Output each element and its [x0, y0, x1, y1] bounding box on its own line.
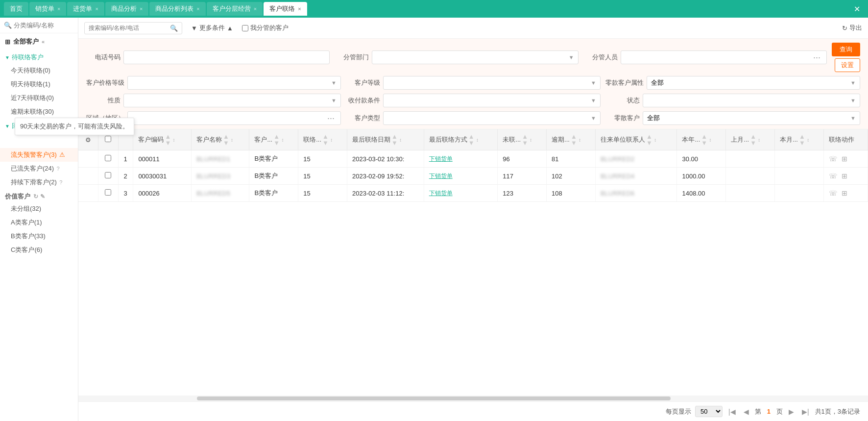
scrollbar-thumb[interactable]: [197, 396, 671, 400]
page-nav-last[interactable]: ▶|: [800, 407, 811, 417]
filter-zero-sale: 零散客户 全部 ▼: [605, 111, 860, 125]
th-code[interactable]: 客户编码 ▲▼: [133, 129, 192, 150]
manager-more-icon[interactable]: ···: [811, 52, 822, 63]
page-nav-prev[interactable]: ◀: [742, 407, 751, 417]
more-conditions-btn[interactable]: ▼ 更多条件 ▲: [187, 22, 237, 34]
filter-customer-tier-select[interactable]: ▼: [383, 76, 601, 90]
action-call-icon-1[interactable]: ☏: [829, 172, 838, 180]
sidebar-collapse-btn[interactable]: «: [42, 39, 45, 45]
th-last-contact-date[interactable]: 最后联络日期 ▲▼: [347, 129, 424, 150]
cell-settings-2: [78, 185, 98, 202]
sidebar-item-tomorrow[interactable]: 明天待联络(1): [0, 77, 78, 91]
filter-customer-type-label: 客户类型: [346, 114, 380, 123]
cell-checkbox-0[interactable]: [98, 150, 119, 168]
filter-gender: 性质 ▼: [86, 94, 341, 107]
tab-analysis-list[interactable]: 商品分析列表 ×: [149, 2, 205, 16]
filter-payment-select[interactable]: ▼: [383, 94, 601, 107]
filter-zero-sale-select[interactable]: 全部 ▼: [643, 111, 860, 125]
tab-customer-contact-close[interactable]: ×: [298, 6, 301, 12]
th-unit-contact[interactable]: 往来单位联系人 ▲▼: [595, 129, 677, 150]
th-contact[interactable]: 联络... ▲▼: [298, 129, 347, 150]
tab-purchase-label: 进货单: [73, 4, 92, 13]
cell-this-month-1: [775, 168, 824, 185]
sidebar-group-pending[interactable]: ▼ 待联络客户: [0, 50, 78, 64]
sidebar-all-customers[interactable]: ⊞ 全部客户 «: [0, 33, 78, 50]
sidebar-item-overdue[interactable]: 逾期未联络(30): [0, 105, 78, 119]
refresh-icon[interactable]: ↻: [33, 193, 38, 200]
action-call-icon-0[interactable]: ☏: [829, 155, 838, 163]
sidebar-item-churn-down[interactable]: 持续下滑客户(2) ?: [0, 175, 78, 189]
page-nav-next[interactable]: ▶: [787, 407, 796, 417]
cell-checkbox-1[interactable]: [98, 168, 119, 185]
filter-phone-input[interactable]: [123, 50, 330, 64]
export-button[interactable]: ↻ 导出: [842, 24, 862, 32]
tab-home[interactable]: 首页: [4, 2, 28, 16]
total-info: 共1页，3条记录: [815, 407, 860, 416]
filter-payment: 收付款条件 ▼: [346, 94, 601, 107]
th-last-month[interactable]: 上月... ▲▼: [726, 129, 775, 150]
region-more-icon[interactable]: ···: [325, 113, 337, 124]
th-overdue[interactable]: 逾期... ▲▼: [547, 129, 596, 150]
cell-last-contact-method-0[interactable]: 下销货单: [424, 150, 498, 168]
tab-home-label: 首页: [10, 4, 23, 13]
cell-checkbox-2[interactable]: [98, 185, 119, 202]
toolbar-search-input[interactable]: [89, 25, 167, 31]
th-uncontact[interactable]: 未联... ▲▼: [498, 129, 547, 150]
settings-button[interactable]: 设置: [835, 58, 860, 72]
action-more-icon-2[interactable]: ⊞: [842, 189, 847, 197]
window-close-button[interactable]: ✕: [850, 4, 864, 14]
filter-manager-select[interactable]: ···: [621, 50, 827, 64]
cell-unit-contact-1: BLURRED4: [595, 168, 677, 185]
sidebar-item-week[interactable]: 近7天待联络(0): [0, 91, 78, 105]
action-more-icon-0[interactable]: ⊞: [842, 155, 847, 163]
sidebar-search-input[interactable]: [14, 22, 78, 29]
horizontal-scrollbar[interactable]: [78, 396, 868, 401]
tab-purchase[interactable]: 进货单 ×: [67, 2, 104, 16]
cell-last-contact-date-2: 2023-02-03 11:12:: [347, 185, 424, 202]
th-last-contact-method[interactable]: 最后联络方式 ▲▼: [424, 129, 498, 150]
th-this-year[interactable]: 本年... ▲▼: [677, 129, 726, 150]
tab-analysis-close[interactable]: ×: [140, 6, 143, 12]
tab-sales-close[interactable]: ×: [57, 6, 60, 12]
query-button[interactable]: 查询: [832, 43, 860, 56]
filter-zero-sale-attr-select[interactable]: 全部 ▼: [647, 76, 860, 90]
my-customers-checkbox[interactable]: [242, 25, 248, 31]
filter-gender-select[interactable]: ▼: [123, 94, 341, 107]
filter-price-tier-select[interactable]: ▼: [127, 76, 341, 90]
filter-dept-select[interactable]: ▼: [372, 50, 578, 64]
filter-row-3: 性质 ▼ 收付款条件 ▼ 状态: [86, 94, 860, 107]
tab-purchase-close[interactable]: ×: [95, 6, 98, 12]
sidebar-item-class-c[interactable]: C类客户(6): [0, 243, 78, 257]
sidebar-item-already-lost[interactable]: 已流失客户(24) ?: [0, 162, 78, 175]
sidebar-item-today[interactable]: 今天待联络(0): [0, 64, 78, 77]
filter-status-label: 状态: [605, 96, 640, 105]
tab-customer-contact[interactable]: 客户联络 ×: [264, 2, 307, 16]
th-this-month[interactable]: 本月... ▲▼: [775, 129, 824, 150]
tab-customer-tier-close[interactable]: ×: [254, 6, 257, 12]
filter-status-select[interactable]: ▼: [643, 94, 860, 107]
tab-analysis-list-close[interactable]: ×: [196, 6, 199, 12]
sidebar-item-lost-predict[interactable]: 流失预警客户(3) ⚠: [0, 148, 78, 162]
sidebar-item-ungrouped[interactable]: 未分组(32): [0, 202, 78, 216]
cell-last-contact-method-2[interactable]: 下销货单: [424, 185, 498, 202]
settings-icon[interactable]: ⚙: [85, 136, 91, 144]
status-arrow: ▼: [850, 98, 856, 103]
sidebar-item-class-a[interactable]: A类客户(1): [0, 216, 78, 229]
th-name[interactable]: 客户名称 ▲▼: [191, 129, 249, 150]
th-tier[interactable]: 客户... ▲▼: [249, 129, 298, 150]
page-nav-first[interactable]: |◀: [726, 407, 738, 417]
my-customers-checkbox-container[interactable]: 我分管的客户: [242, 24, 289, 32]
tab-analysis[interactable]: 商品分析 ×: [105, 2, 148, 16]
toolbar-search-icon[interactable]: 🔍: [170, 25, 178, 32]
cell-last-contact-method-1[interactable]: 下销货单: [424, 168, 498, 185]
action-call-icon-2[interactable]: ☏: [829, 189, 838, 197]
tab-customer-tier[interactable]: 客户分层经营 ×: [207, 2, 263, 16]
action-more-icon-1[interactable]: ⊞: [842, 172, 847, 180]
sidebar-item-class-b[interactable]: B类客户(33): [0, 229, 78, 243]
per-page-select[interactable]: 50 100 200: [695, 406, 723, 417]
filter-customer-type-select[interactable]: ▼: [383, 111, 601, 125]
filter-region-select[interactable]: ···: [127, 111, 341, 125]
select-all-checkbox[interactable]: [105, 136, 111, 142]
tab-sales[interactable]: 销货单 ×: [29, 2, 66, 16]
edit-icon[interactable]: ✎: [40, 193, 45, 200]
